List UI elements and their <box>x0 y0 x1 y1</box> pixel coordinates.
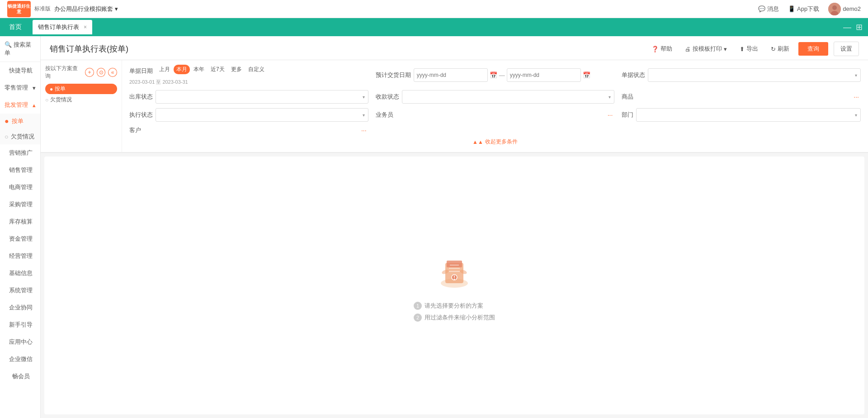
wechat-label: 企业微信 <box>9 356 33 362</box>
scheme-title-text: 按以下方案查询 <box>45 65 82 80</box>
user-profile[interactable]: demo2 <box>828 3 861 15</box>
sidebar-item-purchase[interactable]: 采购管理 <box>0 196 40 213</box>
exec-status-select[interactable] <box>156 108 368 122</box>
sidebar-item-basic[interactable]: 基础信息 <box>0 265 40 282</box>
help-btn[interactable]: ❓ 帮助 <box>648 43 676 55</box>
tab-close-icon[interactable]: × <box>84 24 87 30</box>
template-print-label: 按模板打印 <box>693 45 722 53</box>
salesman-filter: 业务员 ··· <box>376 108 615 122</box>
refresh-label: 刷新 <box>778 45 789 53</box>
wholesale-arrow-icon: ▴ <box>33 102 36 109</box>
scheme-sub-item[interactable]: ○ 欠货情况 <box>45 94 117 105</box>
sidebar-item-system[interactable]: 系统管理 <box>0 282 40 299</box>
exec-status-filter: 执行状态 <box>129 108 368 122</box>
main-layout: 🔍 搜索菜单 快捷导航 零售管理 ▾ 批发管理 ▴ ● 按单 ○ 欠货情况 营销… <box>0 36 868 418</box>
sidebar-item-inventory[interactable]: 库存核算 <box>0 213 40 230</box>
date-tab-this-month[interactable]: 本月 <box>174 65 190 74</box>
customer-dots-btn[interactable]: ··· <box>359 127 368 134</box>
sidebar-item-member[interactable]: 畅会员 <box>0 368 40 385</box>
app-download-btn[interactable]: 📱 App下载 <box>788 5 819 13</box>
scheme-active-icon: ● <box>50 86 53 92</box>
window-maximize-icon[interactable]: ⊞ <box>856 22 863 32</box>
expected-date-start[interactable] <box>414 68 488 82</box>
customer-label: 客户 <box>129 126 141 134</box>
collapse-scheme-btn[interactable]: « <box>108 68 117 77</box>
page-title: 销售订单执行表(按单) <box>50 43 128 54</box>
date-tab-this-year[interactable]: 本年 <box>191 65 207 74</box>
cal-icon-1[interactable]: 📅 <box>490 71 497 79</box>
sidebar-item-retail[interactable]: 零售管理 ▾ <box>0 79 40 96</box>
industry-chevron-icon: ▾ <box>115 5 118 12</box>
salesman-dots-btn[interactable]: ··· <box>606 111 615 119</box>
tab-home[interactable]: 首页 <box>0 18 31 36</box>
query-button[interactable]: 查询 <box>798 42 828 56</box>
date-tab-last-month[interactable]: 上月 <box>156 65 173 74</box>
doc-status-select[interactable] <box>648 68 861 82</box>
topbar-right: 💬 消息 📱 App下载 demo2 <box>758 3 861 15</box>
message-icon: 💬 <box>758 5 765 12</box>
out-status-label: 出库状态 <box>129 93 153 101</box>
dept-select[interactable] <box>636 108 861 122</box>
help-icon: ❓ <box>651 46 659 52</box>
sidebar-item-operation[interactable]: 经营管理 <box>0 247 40 265</box>
refresh-icon: ↻ <box>771 46 776 52</box>
sidebar-item-ecommerce[interactable]: 电商管理 <box>0 179 40 196</box>
goods-filter: 商品 ··· <box>622 90 861 104</box>
sidebar-item-wholesale[interactable]: 批发管理 ▴ <box>0 96 40 114</box>
exec-status-select-wrapper <box>156 108 368 122</box>
out-status-select-wrapper <box>156 90 368 104</box>
receipt-status-select[interactable] <box>402 90 615 104</box>
sidebar-item-finance[interactable]: 资金管理 <box>0 230 40 247</box>
customer-control: ··· <box>144 127 368 134</box>
member-label: 畅会员 <box>12 373 30 380</box>
tab-sales-exec[interactable]: 销售订单执行表 × <box>33 20 92 34</box>
date-tab-custom[interactable]: 自定义 <box>245 65 267 74</box>
svg-point-11 <box>454 279 455 280</box>
sidebar-sub-item-debt[interactable]: ○ 欠货情况 <box>0 129 40 144</box>
date-tab-more[interactable]: 更多 <box>228 65 245 74</box>
goods-control: ··· <box>636 93 861 100</box>
scheme-active-item[interactable]: ● 按单 <box>45 84 117 94</box>
refresh-btn[interactable]: ↻ 刷新 <box>767 43 793 55</box>
sidebar-item-quick-nav[interactable]: 快捷导航 <box>0 62 40 79</box>
sidebar-item-marketing[interactable]: 营销推广 <box>0 144 40 162</box>
filter-main-col: 单据日期 上月 本月 本年 近7天 更多 自定义 2023 <box>122 60 868 152</box>
newbie-label: 新手引导 <box>9 321 33 328</box>
add-scheme-btn[interactable]: + <box>85 68 94 77</box>
sub-debt-label: 欠货情况 <box>11 133 34 141</box>
sidebar-item-search[interactable]: 🔍 搜索菜单 <box>0 36 40 62</box>
window-minimize-icon[interactable]: — <box>843 23 851 32</box>
user-name: demo2 <box>843 5 861 12</box>
purchase-label: 采购管理 <box>9 201 33 208</box>
edit-scheme-btn[interactable]: ⊙ <box>97 68 106 77</box>
expected-date-end[interactable] <box>507 68 581 82</box>
goods-dots-btn[interactable]: ··· <box>852 93 861 100</box>
sidebar-item-newbie[interactable]: 新手引导 <box>0 316 40 333</box>
collapse-btn[interactable]: ▲▲ 收起更多条件 <box>472 138 518 146</box>
out-status-select[interactable] <box>156 90 368 104</box>
template-print-btn[interactable]: 🖨 按模板打印 ▾ <box>681 43 731 55</box>
logo: 畅捷通好生意 <box>7 1 31 17</box>
settings-button[interactable]: 设置 <box>834 42 859 56</box>
date-tabs: 上月 本月 本年 近7天 更多 自定义 <box>156 65 267 74</box>
cal-icon-2[interactable]: 📅 <box>583 71 590 79</box>
topbar-left: 畅捷通好生意 标准版 办公用品行业模拟账套 ▾ <box>7 1 118 17</box>
filter-panel: 按以下方案查询 + ⊙ « ● 按单 ○ 欠货情况 <box>41 60 868 153</box>
date-tab-7days[interactable]: 近7天 <box>208 65 227 74</box>
expected-date-range: 📅 — 📅 <box>414 68 590 82</box>
operation-label: 经营管理 <box>9 252 33 259</box>
industry-selector[interactable]: 办公用品行业模拟账套 ▾ <box>54 5 118 13</box>
sidebar-sub-item-order[interactable]: ● 按单 <box>0 114 40 129</box>
sidebar-item-app-center[interactable]: 应用中心 <box>0 333 40 351</box>
message-btn[interactable]: 💬 消息 <box>758 5 779 13</box>
tip-2-num: 2 <box>414 314 422 322</box>
collapse-row: ▲▲ 收起更多条件 <box>129 134 861 147</box>
wholesale-label: 批发管理 <box>5 101 28 109</box>
sidebar-item-wechat[interactable]: 企业微信 <box>0 351 40 368</box>
export-btn[interactable]: ⬆ 导出 <box>736 43 762 55</box>
tab-home-label: 首页 <box>9 23 22 31</box>
sidebar-item-enterprise[interactable]: 企业协同 <box>0 299 40 316</box>
tip-2-text: 用过滤条件来缩小分析范围 <box>425 314 495 322</box>
page-header-actions: ❓ 帮助 🖨 按模板打印 ▾ ⬆ 导出 ↻ 刷新 查询 设置 <box>648 42 859 56</box>
sidebar-item-sales[interactable]: 销售管理 <box>0 162 40 179</box>
